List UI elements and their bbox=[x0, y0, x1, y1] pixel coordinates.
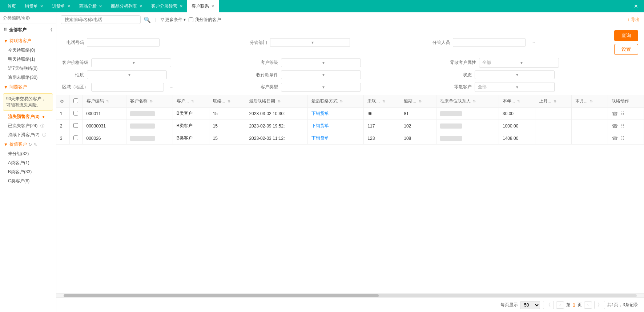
sidebar-item-class-b[interactable]: B类客户(33) bbox=[0, 167, 56, 177]
col-checkbox[interactable] bbox=[69, 95, 82, 108]
more-conditions-button[interactable]: ▽ 更多条件 ▾ bbox=[161, 17, 186, 23]
sidebar-item-overdue-contact[interactable]: 逾期未联络(30) bbox=[0, 73, 56, 82]
sidebar-search-input[interactable] bbox=[3, 16, 56, 21]
col-last-month[interactable]: 上月... ⇅ bbox=[535, 95, 571, 108]
tab-product-analysis-list[interactable]: 商品分析列表 ✕ bbox=[106, 0, 147, 12]
col-this-year[interactable]: 本年... ⇅ bbox=[499, 95, 535, 108]
filter-person-input[interactable] bbox=[453, 38, 526, 47]
tab-customer-contact[interactable]: 客户联系 ✕ bbox=[187, 0, 219, 12]
col-this-month[interactable]: 本月... ⇅ bbox=[571, 95, 608, 108]
sidebar-item-ungrouped[interactable]: 未分组(32) bbox=[0, 149, 56, 158]
next-page-button[interactable]: › bbox=[584, 301, 592, 309]
tab-home[interactable]: 首页 bbox=[3, 0, 20, 12]
more-options-icon[interactable]: ··· bbox=[170, 85, 173, 90]
sidebar-item-tomorrow-contact[interactable]: 明天待联络(1) bbox=[0, 55, 56, 64]
col-contact-person[interactable]: 往来单位联系人 ⇅ bbox=[436, 95, 499, 108]
filter-payment-select[interactable]: ▾ bbox=[281, 70, 361, 79]
sort-icon[interactable]: ⇅ bbox=[473, 99, 476, 103]
row-select-checkbox[interactable] bbox=[73, 123, 78, 128]
scrollbar-thumb[interactable] bbox=[64, 294, 379, 297]
sort-icon[interactable]: ⇅ bbox=[554, 99, 556, 103]
filter-price-grade-select[interactable]: ▾ bbox=[91, 58, 171, 67]
sidebar-all-customers[interactable]: ⠿ 全部客户 《 bbox=[0, 24, 56, 36]
sidebar-item-declining[interactable]: 持续下滑客户(2) ⓘ bbox=[0, 130, 56, 139]
contact-action-icon[interactable]: ☎ bbox=[612, 111, 618, 117]
contact-action-icon[interactable]: ☎ bbox=[612, 123, 618, 129]
my-customers-checkbox[interactable] bbox=[189, 17, 193, 22]
col-uncontacted[interactable]: 未联... ⇅ bbox=[364, 95, 400, 108]
row-select-checkbox[interactable] bbox=[73, 135, 78, 140]
more-action-icon[interactable]: ⠿ bbox=[621, 123, 624, 129]
collapse-icon[interactable]: 《 bbox=[48, 27, 52, 33]
row-last-method[interactable]: 下销货单 bbox=[307, 120, 364, 132]
tab-purchase-order[interactable]: 进货单 ✕ bbox=[48, 0, 75, 12]
filter-nature-select[interactable]: ▾ bbox=[87, 70, 167, 79]
edit-icon[interactable]: ✎ bbox=[33, 142, 37, 147]
tab-close-icon[interactable]: ✕ bbox=[211, 4, 214, 9]
col-overdue[interactable]: 逾期... ⇅ bbox=[400, 95, 436, 108]
sort-icon[interactable]: ⇅ bbox=[590, 99, 593, 103]
sidebar-section-problem[interactable]: ▼ 问题客户 bbox=[0, 82, 56, 92]
sort-icon[interactable]: ⇅ bbox=[340, 99, 343, 103]
col-contact-count[interactable]: 联络... ⇅ bbox=[209, 95, 245, 108]
sidebar-section-pending[interactable]: ▼ 待联络客户 bbox=[0, 36, 56, 46]
col-name[interactable]: 客户名称 ⇅ bbox=[126, 95, 173, 108]
export-button[interactable]: ↑ 导出 bbox=[627, 17, 640, 23]
search-button[interactable]: 🔍 bbox=[144, 16, 151, 23]
tab-close-icon[interactable]: ✕ bbox=[180, 4, 183, 9]
col-last-contact-date[interactable]: 最后联络日期 ⇅ bbox=[245, 95, 307, 108]
sort-icon[interactable]: ⇅ bbox=[228, 99, 230, 103]
settings-button[interactable]: 设置 bbox=[614, 44, 638, 55]
row-checkbox[interactable] bbox=[69, 108, 82, 120]
sort-icon[interactable]: ⇅ bbox=[106, 99, 109, 103]
row-checkbox[interactable] bbox=[69, 132, 82, 145]
filter-region-input[interactable] bbox=[91, 83, 164, 92]
select-all-checkbox[interactable] bbox=[73, 98, 78, 103]
row-last-method[interactable]: 下销货单 bbox=[307, 108, 364, 120]
sidebar-item-today-contact[interactable]: 今天待联络(0) bbox=[0, 46, 56, 55]
sidebar-item-already-churned[interactable]: 已流失客户(24) ⓘ bbox=[0, 121, 56, 130]
search-input[interactable] bbox=[61, 15, 141, 24]
col-last-contact-method[interactable]: 最后联络方式 ⇅ bbox=[307, 95, 364, 108]
window-close-button[interactable]: ✕ bbox=[631, 3, 641, 9]
filter-customer-type-select[interactable]: ▾ bbox=[281, 83, 361, 92]
last-method-link[interactable]: 下销货单 bbox=[311, 123, 329, 128]
my-customers-checkbox-label[interactable]: 我分管的客户 bbox=[189, 17, 221, 23]
sort-icon[interactable]: ⇅ bbox=[150, 99, 153, 103]
sort-icon[interactable]: ⇅ bbox=[382, 99, 385, 103]
horizontal-scrollbar[interactable] bbox=[56, 293, 644, 297]
filter-phone-input[interactable] bbox=[87, 38, 160, 47]
sidebar-item-churn-warning[interactable]: 流失预警客户(3) ● bbox=[0, 112, 56, 121]
tab-sales-order[interactable]: 销货单 ✕ bbox=[20, 0, 48, 12]
sidebar-item-7day-contact[interactable]: 近7天待联络(0) bbox=[0, 64, 56, 73]
tab-close-icon[interactable]: ✕ bbox=[67, 4, 71, 9]
col-code[interactable]: 客户编码 ⇅ bbox=[82, 95, 126, 108]
filter-dept-select[interactable]: ▾ bbox=[270, 38, 350, 47]
col-settings[interactable]: ⚙ bbox=[56, 95, 69, 108]
filter-status-select[interactable]: ▾ bbox=[475, 70, 555, 79]
contact-action-icon[interactable]: ☎ bbox=[612, 135, 618, 141]
query-button[interactable]: 查询 bbox=[614, 30, 638, 41]
last-page-button[interactable]: 》 bbox=[594, 301, 605, 309]
sort-icon[interactable]: ⇅ bbox=[191, 99, 194, 103]
sidebar-section-value[interactable]: ▼ 价值客户 ↻ ✎ bbox=[0, 139, 56, 149]
sidebar-item-class-a[interactable]: A类客户(1) bbox=[0, 158, 56, 167]
prev-page-button[interactable]: ‹ bbox=[556, 301, 564, 309]
filter-attr-select[interactable]: 全部 ▾ bbox=[479, 58, 559, 68]
row-last-method[interactable]: 下销货单 bbox=[307, 132, 364, 145]
more-options-icon[interactable]: ··· bbox=[531, 40, 535, 45]
sidebar-item-class-c[interactable]: C类客户(6) bbox=[0, 177, 56, 186]
tab-close-icon[interactable]: ✕ bbox=[99, 4, 102, 9]
tab-product-analysis[interactable]: 商品分析 ✕ bbox=[75, 0, 106, 12]
sort-icon[interactable]: ⇅ bbox=[419, 99, 422, 103]
more-action-icon[interactable]: ⠿ bbox=[621, 111, 624, 117]
filter-customer-grade-select[interactable]: ▾ bbox=[281, 58, 361, 67]
per-page-select[interactable]: 50 100 bbox=[520, 301, 540, 309]
col-type[interactable]: 客户... ⇅ bbox=[173, 95, 209, 108]
last-method-link[interactable]: 下销货单 bbox=[311, 111, 329, 116]
tab-close-icon[interactable]: ✕ bbox=[139, 4, 142, 9]
tab-customer-tier[interactable]: 客户分层经营 ✕ bbox=[147, 0, 187, 12]
last-method-link[interactable]: 下销货单 bbox=[311, 135, 329, 141]
refresh-icon[interactable]: ↻ bbox=[28, 142, 32, 147]
more-action-icon[interactable]: ⠿ bbox=[621, 135, 624, 141]
